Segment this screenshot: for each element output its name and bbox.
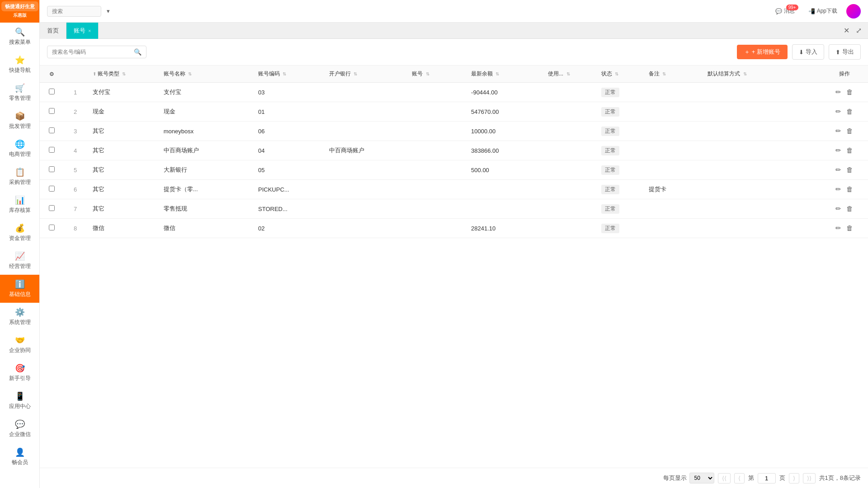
next-page-button[interactable]: ⟩ bbox=[789, 473, 799, 483]
row-checkbox[interactable] bbox=[49, 186, 55, 192]
edit-button[interactable]: ✏ bbox=[834, 223, 843, 233]
tab-close-icon[interactable]: × bbox=[88, 28, 91, 33]
sidebar-item-inventory-check[interactable]: 📊 库存核算 bbox=[0, 191, 39, 219]
sidebar-item-app-center[interactable]: 📱 应用中心 bbox=[0, 387, 39, 415]
last-page-button[interactable]: ⟩⟩ bbox=[803, 473, 816, 483]
col-default-settle[interactable]: 默认结算方式 ⇅ bbox=[702, 66, 821, 83]
row-checkbox-cell[interactable] bbox=[40, 199, 63, 219]
col-name-sort[interactable]: ⇅ bbox=[188, 71, 192, 76]
row-checkbox[interactable] bbox=[49, 108, 55, 114]
page-size-select[interactable]: 50 10 20 100 bbox=[689, 473, 714, 483]
col-bank-sort[interactable]: ⇅ bbox=[354, 71, 357, 76]
col-usage-label: 使用... bbox=[548, 70, 563, 77]
row-checkbox-cell[interactable] bbox=[40, 219, 63, 238]
sidebar-item-basic-info[interactable]: ℹ️ 基础信息 bbox=[0, 275, 39, 303]
account-tab-label: 账号 bbox=[74, 27, 85, 35]
account-search-input[interactable] bbox=[52, 49, 131, 55]
first-page-button[interactable]: ⟨⟨ bbox=[718, 473, 731, 483]
row-checkbox[interactable] bbox=[49, 205, 55, 211]
sidebar-item-system-mgmt[interactable]: ⚙️ 系统管理 bbox=[0, 303, 39, 331]
topbar-dropdown-icon[interactable]: ▾ bbox=[107, 8, 110, 14]
edit-button[interactable]: ✏ bbox=[834, 165, 843, 175]
col-status[interactable]: 状态 ⇅ bbox=[596, 66, 643, 83]
delete-button[interactable]: 🗑 bbox=[844, 204, 855, 213]
sidebar-item-operation-mgmt[interactable]: 📈 经营管理 bbox=[0, 247, 39, 275]
row-checkbox[interactable] bbox=[49, 147, 55, 153]
row-remark bbox=[643, 102, 703, 122]
sidebar-item-wholesale-mgmt[interactable]: 📦 批发管理 bbox=[0, 107, 39, 135]
sidebar-item-ecommerce-mgmt[interactable]: 🌐 电商管理 bbox=[0, 135, 39, 163]
export-button[interactable]: ⬆ 导出 bbox=[829, 44, 861, 60]
sidebar-item-purchase-mgmt[interactable]: 📋 采购管理 bbox=[0, 163, 39, 191]
col-type-sort[interactable]: ⇅ bbox=[122, 71, 126, 76]
prev-page-button[interactable]: ⟨ bbox=[734, 473, 745, 483]
import-button[interactable]: ⬇ 导入 bbox=[792, 44, 824, 60]
col-code[interactable]: 账号编码 ⇅ bbox=[253, 66, 324, 83]
row-bank: 中百商场账户 bbox=[324, 141, 406, 160]
search-icon[interactable]: 🔍 bbox=[134, 48, 142, 56]
col-usage-sort[interactable]: ⇅ bbox=[566, 71, 570, 76]
row-checkbox-cell[interactable] bbox=[40, 180, 63, 199]
edit-button[interactable]: ✏ bbox=[834, 204, 843, 214]
sidebar-item-enterprise-wechat[interactable]: 💬 企业微信 bbox=[0, 415, 39, 443]
account-search-box[interactable]: 🔍 bbox=[47, 46, 146, 58]
row-checkbox[interactable] bbox=[49, 127, 55, 133]
delete-button[interactable]: 🗑 bbox=[844, 107, 855, 116]
col-default-settle-sort[interactable]: ⇅ bbox=[743, 71, 747, 76]
fullscreen-button[interactable]: ⤢ bbox=[854, 24, 863, 37]
row-checkbox-cell[interactable] bbox=[40, 122, 63, 141]
sidebar-item-enterprise-agreement[interactable]: 🤝 企业协同 bbox=[0, 331, 39, 359]
message-button[interactable]: 💬 消息 99+ bbox=[775, 7, 795, 15]
sidebar-item-member[interactable]: 👤 畅会员 bbox=[0, 443, 39, 471]
delete-button[interactable]: 🗑 bbox=[844, 223, 855, 233]
tab-home[interactable]: 首页 bbox=[40, 23, 66, 39]
add-account-button[interactable]: ＋ + 新增账号 bbox=[737, 45, 788, 59]
col-settings[interactable]: ⚙ bbox=[40, 66, 63, 83]
sidebar-item-quick-nav[interactable]: ⭐ 快捷导航 bbox=[0, 51, 39, 79]
delete-button[interactable]: 🗑 bbox=[844, 87, 855, 97]
tab-account[interactable]: 账号 × bbox=[66, 23, 99, 39]
edit-button[interactable]: ✏ bbox=[834, 145, 843, 155]
col-account-sort[interactable]: ⇅ bbox=[426, 71, 429, 76]
sidebar-item-search-menu[interactable]: 🔍 搜索菜单 bbox=[0, 23, 39, 51]
app-download-button[interactable]: 📲 App下载 bbox=[808, 7, 837, 15]
row-actions: ✏ 🗑 bbox=[821, 160, 868, 180]
edit-button[interactable]: ✏ bbox=[834, 107, 843, 117]
sidebar-item-label: 快捷导航 bbox=[9, 66, 31, 74]
page-number-input[interactable] bbox=[758, 473, 776, 483]
delete-button[interactable]: 🗑 bbox=[844, 145, 855, 155]
delete-button[interactable]: 🗑 bbox=[844, 184, 855, 194]
sidebar-item-newbie-guide[interactable]: 🎯 新手引导 bbox=[0, 359, 39, 387]
col-type[interactable]: ⬆ 账号类型 ⇅ bbox=[87, 66, 158, 83]
close-tab-button[interactable]: ✕ bbox=[842, 24, 851, 37]
col-name[interactable]: 账号名称 ⇅ bbox=[158, 66, 253, 83]
row-checkbox-cell[interactable] bbox=[40, 83, 63, 102]
col-remark-sort[interactable]: ⇅ bbox=[662, 71, 666, 76]
edit-button[interactable]: ✏ bbox=[834, 126, 843, 136]
col-code-sort[interactable]: ⇅ bbox=[283, 71, 286, 76]
col-bank[interactable]: 开户银行 ⇅ bbox=[324, 66, 406, 83]
sidebar-item-label: 畅会员 bbox=[12, 459, 28, 466]
col-remark[interactable]: 备注 ⇅ bbox=[643, 66, 703, 83]
col-status-sort[interactable]: ⇅ bbox=[615, 71, 618, 76]
row-checkbox[interactable] bbox=[49, 89, 55, 94]
app-center-icon: 📱 bbox=[15, 391, 25, 401]
col-usage[interactable]: 使用... ⇅ bbox=[542, 66, 596, 83]
row-checkbox[interactable] bbox=[49, 225, 55, 230]
row-checkbox-cell[interactable] bbox=[40, 160, 63, 180]
sidebar-item-retail-mgmt[interactable]: 🛒 零售管理 bbox=[0, 79, 39, 107]
edit-button[interactable]: ✏ bbox=[834, 87, 843, 97]
topbar-search-input[interactable] bbox=[47, 6, 101, 17]
col-balance-sort[interactable]: ⇅ bbox=[495, 71, 499, 76]
user-avatar[interactable] bbox=[846, 4, 861, 19]
delete-button[interactable]: 🗑 bbox=[844, 126, 855, 136]
member-icon: 👤 bbox=[15, 447, 25, 457]
sidebar-item-finance-mgmt[interactable]: 💰 资金管理 bbox=[0, 219, 39, 247]
col-account[interactable]: 账号 ⇅ bbox=[406, 66, 466, 83]
row-checkbox-cell[interactable] bbox=[40, 102, 63, 122]
col-balance[interactable]: 最新余额 ⇅ bbox=[466, 66, 542, 83]
edit-button[interactable]: ✏ bbox=[834, 184, 843, 194]
delete-button[interactable]: 🗑 bbox=[844, 165, 855, 174]
row-checkbox[interactable] bbox=[49, 166, 55, 172]
row-checkbox-cell[interactable] bbox=[40, 141, 63, 160]
